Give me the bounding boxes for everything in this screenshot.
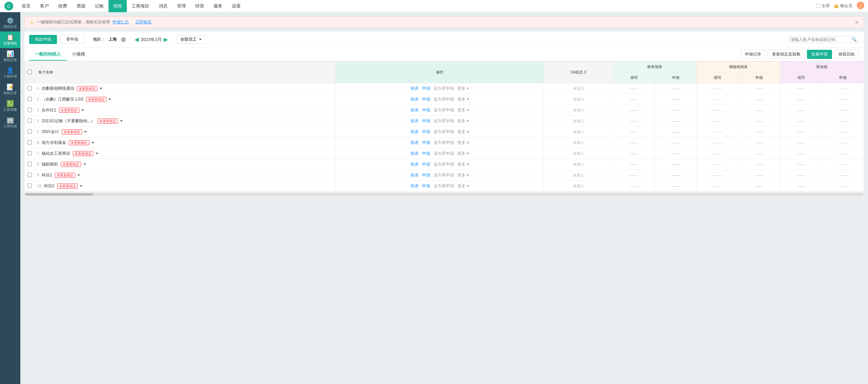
row-op-more-0[interactable]: 更多 ▾ bbox=[457, 86, 469, 91]
nav-settings[interactable]: 设置 bbox=[227, 0, 245, 12]
sidebar-item-tax-settings[interactable]: ⚙️ 报税设置 bbox=[0, 15, 20, 31]
nav-message[interactable]: 消息 bbox=[154, 0, 172, 12]
tab-zero-declare[interactable]: 零申报 bbox=[60, 35, 84, 44]
nav-service[interactable]: 服务 bbox=[209, 0, 227, 12]
user-avatar[interactable]: 人 bbox=[856, 1, 865, 10]
row-op-setzero-4[interactable]: 设为零申报 bbox=[434, 129, 454, 134]
row-op-taxform-8[interactable]: 税表 bbox=[411, 173, 419, 177]
search-icon[interactable]: 🔍 bbox=[852, 37, 857, 42]
row-select-4[interactable] bbox=[27, 129, 32, 134]
sidebar-item-batch-tax[interactable]: 📋 批量报税 bbox=[0, 31, 20, 48]
row-op-taxform-9[interactable]: 税表 bbox=[411, 184, 419, 188]
date-prev-btn[interactable]: ◀ bbox=[135, 36, 139, 43]
row-tag-2[interactable]: 未更新税定 bbox=[59, 108, 79, 113]
row-op-declare-5[interactable]: 申报 bbox=[422, 140, 430, 145]
batch-declare-btn[interactable]: 批量申报 bbox=[807, 50, 832, 59]
row-op-more-6[interactable]: 更多 ▾ bbox=[457, 151, 469, 156]
row-op-setzero-6[interactable]: 设为零申报 bbox=[434, 151, 454, 156]
notice-link-summary[interactable]: 申报汇总 bbox=[113, 19, 129, 25]
declare-record-btn[interactable]: 申报记录 bbox=[741, 50, 766, 59]
row-op-taxform-3[interactable]: 税表 bbox=[411, 119, 419, 123]
nav-home[interactable]: 首页 bbox=[17, 0, 35, 12]
fullscreen-btn[interactable]: ⛶ 全屏 bbox=[816, 3, 830, 9]
nav-tax[interactable]: 报税 bbox=[108, 0, 127, 12]
row-op-declare-2[interactable]: 申报 bbox=[422, 108, 430, 112]
row-select-1[interactable] bbox=[27, 97, 32, 101]
sidebar-item-settlement[interactable]: 💹 汇算清缴 bbox=[0, 98, 20, 114]
tab-tax-declare[interactable]: 税款申报 bbox=[29, 35, 57, 44]
row-select-0[interactable] bbox=[27, 86, 32, 90]
row-op-more-8[interactable]: 更多 ▾ bbox=[457, 173, 469, 177]
row-select-2[interactable] bbox=[27, 108, 32, 112]
row-op-taxform-1[interactable]: 税表 bbox=[411, 97, 419, 102]
row-op-more-5[interactable]: 更多 ▾ bbox=[457, 140, 469, 145]
row-op-setzero-2[interactable]: 设为零申报 bbox=[434, 108, 454, 112]
row-op-declare-9[interactable]: 申报 bbox=[422, 184, 430, 188]
row-tag-7[interactable]: 未更新税定 bbox=[61, 162, 81, 167]
nav-business[interactable]: 工商项目 bbox=[127, 0, 154, 12]
row-op-more-4[interactable]: 更多 ▾ bbox=[457, 129, 469, 134]
row-op-taxform-2[interactable]: 税表 bbox=[411, 108, 419, 112]
subtab-general[interactable]: 一般的纳税人 bbox=[29, 48, 66, 61]
scroll-thumb[interactable] bbox=[25, 193, 93, 196]
row-op-more-3[interactable]: 更多 ▾ bbox=[457, 119, 469, 123]
nav-customer[interactable]: 客户 bbox=[35, 0, 54, 12]
row-op-declare-4[interactable]: 申报 bbox=[422, 129, 430, 134]
row-op-more-7[interactable]: 更多 ▾ bbox=[457, 162, 469, 167]
row-op-setzero-8[interactable]: 设为零申报 bbox=[434, 173, 454, 177]
row-op-setzero-5[interactable]: 设为零申报 bbox=[434, 140, 454, 145]
row-op-declare-6[interactable]: 申报 bbox=[422, 151, 430, 156]
row-op-setzero-1[interactable]: 设为零申报 bbox=[434, 97, 454, 102]
row-op-setzero-0[interactable]: 设为零申报 bbox=[434, 86, 454, 91]
row-op-taxform-4[interactable]: 税表 bbox=[411, 129, 419, 134]
row-select-6[interactable] bbox=[27, 151, 32, 155]
row-select-8[interactable] bbox=[27, 173, 32, 177]
date-next-btn[interactable]: ▶ bbox=[164, 36, 168, 43]
row-op-more-2[interactable]: 更多 ▾ bbox=[457, 108, 469, 112]
sidebar-item-annual-report[interactable]: 🏢 工商年报 bbox=[0, 114, 20, 131]
vip-btn[interactable]: 👑 畅会员 bbox=[834, 3, 852, 9]
collect-receipt-btn[interactable]: 收取回执 bbox=[834, 50, 859, 59]
row-op-declare-3[interactable]: 申报 bbox=[422, 119, 430, 123]
row-op-setzero-9[interactable]: 设为零申报 bbox=[434, 184, 454, 188]
nav-manage[interactable]: 管理 bbox=[172, 0, 191, 12]
row-op-declare-0[interactable]: 申报 bbox=[422, 86, 430, 91]
sidebar-item-tax-record[interactable]: 📝 报税记录 bbox=[0, 81, 20, 98]
search-input[interactable] bbox=[791, 37, 852, 42]
sidebar-item-tax-overview[interactable]: 📊 报税总览 bbox=[0, 48, 20, 65]
update-tax-btn[interactable]: 更新税定及取数 bbox=[768, 50, 805, 59]
row-select-9[interactable] bbox=[27, 184, 32, 188]
row-op-taxform-6[interactable]: 税表 bbox=[411, 151, 419, 156]
nav-invoice[interactable]: 票据 bbox=[72, 0, 90, 12]
row-tag-8[interactable]: 未更新税定 bbox=[55, 173, 75, 178]
row-op-taxform-0[interactable]: 税表 bbox=[411, 86, 419, 91]
nav-accounting[interactable]: 记账 bbox=[90, 0, 108, 12]
row-select-5[interactable] bbox=[27, 140, 32, 145]
row-select-7[interactable] bbox=[27, 162, 32, 166]
row-op-taxform-7[interactable]: 税表 bbox=[411, 162, 419, 167]
row-op-setzero-3[interactable]: 设为零申报 bbox=[434, 119, 454, 123]
row-tag-1[interactable]: 未更新税定 bbox=[86, 97, 106, 102]
notice-close-btn[interactable]: ✕ bbox=[855, 20, 859, 25]
nav-operation[interactable]: 经营 bbox=[191, 0, 209, 12]
region-info-icon[interactable]: i bbox=[121, 37, 126, 42]
employee-select[interactable]: 全部员工 bbox=[177, 35, 205, 44]
nav-billing[interactable]: 收费 bbox=[54, 0, 72, 12]
row-op-declare-8[interactable]: 申报 bbox=[422, 173, 430, 177]
row-tag-5[interactable]: 未更新税定 bbox=[69, 140, 89, 145]
row-tag-6[interactable]: 未更新税定 bbox=[73, 151, 93, 156]
notice-link-buy[interactable]: 立即购买 bbox=[135, 19, 152, 25]
row-select-3[interactable] bbox=[27, 119, 32, 123]
row-op-taxform-5[interactable]: 税表 bbox=[411, 140, 419, 145]
row-tag-3[interactable]: 未更新税定 bbox=[98, 119, 118, 124]
row-tag-4[interactable]: 未更新税定 bbox=[62, 129, 82, 134]
row-op-more-9[interactable]: 更多 ▾ bbox=[457, 184, 469, 188]
sidebar-item-personal-tax[interactable]: 👤 个税申报 bbox=[0, 65, 20, 81]
row-op-declare-1[interactable]: 申报 bbox=[422, 97, 430, 102]
select-all-checkbox[interactable] bbox=[27, 70, 32, 74]
row-op-setzero-7[interactable]: 设为零申报 bbox=[434, 162, 454, 167]
row-tag-0[interactable]: 未更新税定 bbox=[77, 86, 97, 91]
subtab-small[interactable]: 小规模 bbox=[66, 48, 91, 61]
row-op-more-1[interactable]: 更多 ▾ bbox=[457, 97, 469, 102]
row-op-declare-7[interactable]: 申报 bbox=[422, 162, 430, 167]
